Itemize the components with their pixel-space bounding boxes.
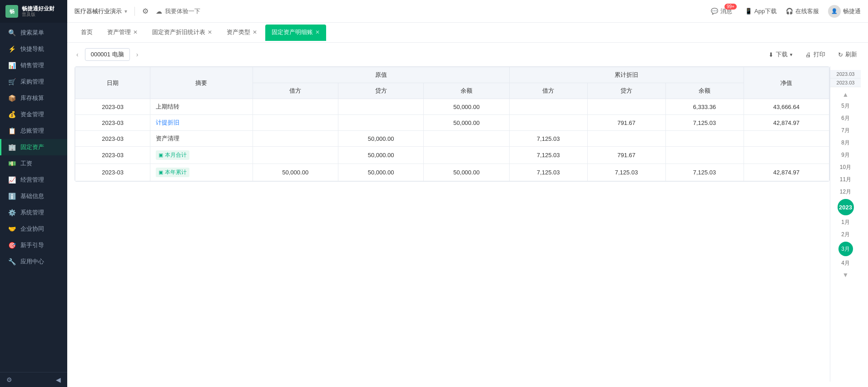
timeline-header-2: 2023.03 (830, 79, 861, 87)
sidebar-payroll-label: 工资 (20, 159, 32, 168)
timeline-month-6[interactable]: 6月 (830, 112, 861, 124)
cell-accum-balance: 7,125.03 (665, 115, 744, 131)
timeline-month-11[interactable]: 11月 (830, 174, 861, 186)
refresh-button[interactable]: ↻ 刷新 (834, 49, 861, 60)
col-orig-balance: 余额 (424, 83, 509, 99)
download-icon: ⬇ (769, 51, 774, 58)
tab-asset-type-close[interactable]: ✕ (253, 29, 257, 35)
cell-net-value (744, 147, 829, 164)
timeline-month-10[interactable]: 10月 (830, 161, 861, 174)
tab-asset-detail[interactable]: 固定资产明细账 ✕ (265, 25, 326, 41)
sidebar-item-app-center[interactable]: 🔧 应用中心 (0, 253, 67, 270)
sidebar-item-fixed-assets[interactable]: 🏢 固定资产 (0, 139, 67, 155)
collapse-sidebar-icon[interactable]: ◀ (56, 376, 61, 383)
download-label: 下载 (776, 50, 788, 59)
settings-footer-icon[interactable]: ⚙ (6, 376, 12, 383)
print-button[interactable]: 🖨 打印 (802, 49, 829, 60)
sidebar-item-enterprise[interactable]: 🤝 企业协同 (0, 221, 67, 237)
cloud-icon: ☁ (156, 8, 162, 15)
cell-orig-debit: 50,000.00 (253, 164, 338, 181)
timeline-month-4[interactable]: 4月 (830, 257, 861, 269)
timeline-month-5[interactable]: 5月 (830, 100, 861, 112)
tab-asset-mgmt-label: 资产管理 (107, 28, 131, 36)
tab-asset-detail-close[interactable]: ✕ (315, 29, 320, 35)
tab-asset-type-label: 资产类型 (227, 28, 250, 36)
cell-orig-balance (424, 131, 509, 147)
tab-asset-detail-label: 固定资产明细账 (272, 28, 313, 36)
sidebar-item-guide[interactable]: 🎯 新手引导 (0, 237, 67, 253)
sidebar-item-quick-nav[interactable]: ⚡ 快捷导航 (0, 41, 67, 57)
asset-name: 电脑 (112, 51, 124, 58)
logo-icon: 畅 (5, 5, 18, 18)
col-accum-debit: 借方 (509, 83, 587, 99)
tab-home[interactable]: 首页 (74, 25, 99, 41)
user-name: 畅捷通 (843, 7, 861, 15)
fixed-assets-icon: 🏢 (8, 143, 16, 151)
sidebar-item-sales[interactable]: 📊 销售管理 (0, 57, 67, 74)
asset-prev-arrow[interactable]: ‹ (74, 50, 80, 59)
sidebar-item-payroll[interactable]: 💵 工资 (0, 155, 67, 172)
quick-nav-icon: ⚡ (8, 45, 16, 53)
customer-service-button[interactable]: 🎧 在线客服 (786, 7, 819, 15)
tab-asset-type[interactable]: 资产类型 ✕ (220, 25, 263, 41)
timeline-year-2023[interactable]: 2023 (838, 199, 854, 215)
asset-detail-table: 日期 摘要 原值 累计折旧 净值 借方 贷方 余额 借方 (75, 67, 829, 181)
sidebar-item-system[interactable]: ⚙️ 系统管理 (0, 204, 67, 221)
cell-summary: ▣本年累计 (150, 164, 253, 181)
cell-net-value: 42,874.97 (744, 115, 829, 131)
timeline-month-1[interactable]: 1月 (830, 216, 861, 228)
sidebar-header: 畅 畅捷通好业财 普及版 (0, 0, 67, 23)
topbar-divider (134, 7, 135, 16)
topbar-settings-icon[interactable]: ⚙ (142, 7, 149, 15)
sidebar-item-purchase[interactable]: 🛒 采购管理 (0, 74, 67, 90)
cell-orig-debit (253, 115, 338, 131)
experience-button[interactable]: ☁ 我要体验一下 (156, 7, 200, 15)
timeline-up-nav[interactable]: ▲ (841, 89, 851, 100)
tab-depreciation-stats[interactable]: 固定资产折旧统计表 ✕ (146, 25, 218, 41)
badge-icon: ▣ (159, 152, 163, 158)
timeline-month-2[interactable]: 2月 (830, 228, 861, 241)
cell-orig-balance: 50,000.00 (424, 115, 509, 131)
tab-depreciation-label: 固定资产折旧统计表 (152, 28, 205, 36)
company-selector[interactable]: 医疗器械行业演示 ▾ (74, 7, 127, 15)
table-row: 2023-03 资产清理 50,000.00 7,125.03 (75, 131, 829, 147)
sidebar-item-finance[interactable]: 💰 资金管理 (0, 106, 67, 123)
table-row: 2023-03 上期结转 50,000.00 6,333.36 43,666.6… (75, 99, 829, 115)
payroll-icon: 💵 (8, 159, 16, 168)
user-menu[interactable]: 👤 畅捷通 (828, 5, 861, 18)
summary-text: 资产清理 (156, 135, 179, 142)
asset-next-arrow[interactable]: › (134, 50, 140, 59)
tab-asset-mgmt[interactable]: 资产管理 ✕ (101, 25, 144, 41)
cell-accum-credit (587, 131, 665, 147)
cell-date: 2023-03 (75, 147, 150, 164)
sidebar-item-inventory[interactable]: 📦 库存核算 (0, 90, 67, 106)
messages-button[interactable]: 💬 消息 99+ (711, 7, 732, 15)
timeline-month-8[interactable]: 8月 (830, 137, 861, 149)
summary-text: 计提折旧 (156, 119, 179, 126)
col-original-value: 原值 (253, 67, 509, 83)
sidebar-operations-label: 经营管理 (20, 176, 44, 184)
timeline-month-7[interactable]: 7月 (830, 124, 861, 137)
tab-asset-mgmt-close[interactable]: ✕ (133, 29, 138, 35)
sidebar-item-operations[interactable]: 📈 经营管理 (0, 172, 67, 188)
asset-nav-item[interactable]: 000001 电脑 (85, 48, 130, 61)
sales-icon: 📊 (8, 61, 16, 69)
sidebar-item-ledger[interactable]: 📋 总账管理 (0, 123, 67, 139)
timeline-month-12[interactable]: 12月 (830, 186, 861, 198)
cell-orig-balance: 50,000.00 (424, 99, 509, 115)
timeline-down-nav[interactable]: ▼ (841, 269, 851, 280)
sidebar-item-search[interactable]: 🔍 搜索菜单 (0, 25, 67, 41)
basic-info-icon: ℹ️ (8, 192, 16, 200)
badge-icon: ▣ (159, 169, 163, 175)
sidebar-ledger-label: 总账管理 (20, 127, 44, 135)
tab-depreciation-close[interactable]: ✕ (208, 29, 212, 35)
table-row: 2023-03 ▣本月合计 50,000.00 7,125.03 791.67 (75, 147, 829, 164)
sidebar-item-basic-info[interactable]: ℹ️ 基础信息 (0, 188, 67, 204)
refresh-label: 刷新 (845, 50, 857, 59)
download-button[interactable]: ⬇ 下载 ▾ (765, 49, 796, 60)
timeline-month-3-active[interactable]: 3月 (838, 242, 853, 256)
cell-accum-debit: 7,125.03 (509, 131, 587, 147)
app-download-button[interactable]: 📱 App下载 (745, 7, 777, 15)
timeline-month-9[interactable]: 9月 (830, 149, 861, 161)
operations-icon: 📈 (8, 176, 16, 184)
